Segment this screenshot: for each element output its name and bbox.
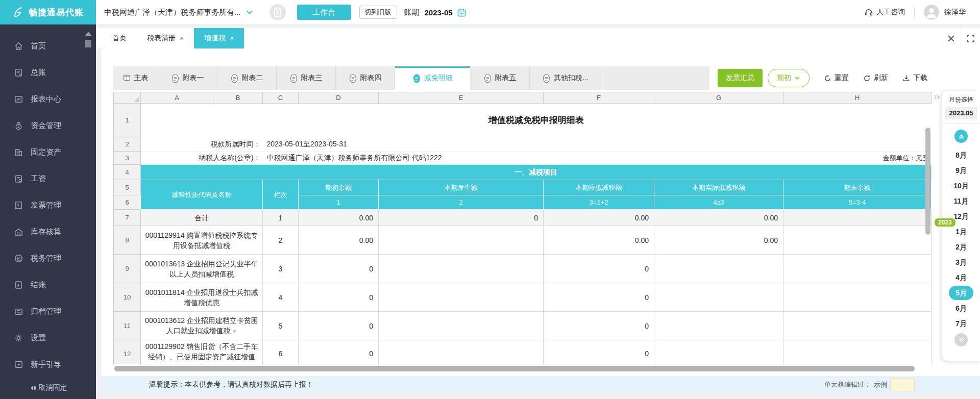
value-cell-col4[interactable] [654,255,783,283]
value-cell-col2[interactable]: 0 [379,210,544,226]
refresh-button[interactable]: 刷新 [863,73,888,83]
lan-cell[interactable]: 2 [263,226,299,255]
value-cell-col5[interactable] [783,312,932,340]
avatar[interactable] [924,5,939,20]
value-cell-col1[interactable]: 0.00 [299,210,379,226]
invoice-summary-button[interactable]: 发票汇总 [718,69,763,87]
value-cell-col3[interactable]: 0 [544,283,654,312]
calendar-icon[interactable] [457,8,467,17]
scroll-months-down-button[interactable] [954,333,968,346]
tab-首页[interactable]: 首页 [102,28,137,48]
company-selector[interactable]: 中税网通广泽（天津）税务师事务所有... [104,8,241,17]
sheet-tab-其他扣税...[interactable]: 其他扣税... [530,66,601,90]
fullscreen-button[interactable] [961,28,980,48]
sidebar-scroll-up-icon[interactable] [85,32,92,36]
value-cell-col1[interactable]: 0 [299,312,379,340]
column-header-B[interactable]: B [213,92,263,104]
value-cell-col5[interactable] [783,210,932,226]
sidebar-item-报表中心[interactable]: 报表中心 [0,86,96,112]
value-cell-col1[interactable]: 0 [299,340,379,365]
sidebar-item-结账[interactable]: 结账 [0,271,96,298]
sheet-tab-附表二[interactable]: 附表二 [217,66,277,90]
month-item-9月[interactable]: 9月 [942,163,980,178]
clipboard-icon[interactable] [270,4,286,20]
switch-old-version-button[interactable]: 切到旧版 [359,6,397,19]
value-cell-col2[interactable] [379,283,544,312]
period-select-dropdown[interactable]: 期初 [768,69,810,87]
value-cell-col4[interactable]: 0.00 [654,210,783,226]
month-item-2月[interactable]: 2月 [942,239,980,255]
lan-cell[interactable]: 1 [263,210,299,226]
value-cell-col4[interactable]: 0.00 [654,226,783,255]
cell-dropdown-icon[interactable]: ▼ [232,327,237,337]
sheet-row-9[interactable]: 90001013613 企业招用登记失业半年以上人员扣减增值税300 [114,255,932,283]
sidebar-item-工资[interactable]: 工资 [0,165,96,192]
tab-close-icon[interactable]: × [230,34,234,42]
month-item-4月[interactable]: 4月 [942,270,980,285]
column-header-D[interactable]: D [299,92,379,104]
sheet-tab-附表一[interactable]: 附表一 [158,66,217,90]
tab-增值税[interactable]: 增值税× [194,28,244,48]
sheet-tab-附表三[interactable]: 附表三 [277,66,336,90]
tab-税表清册[interactable]: 税表清册× [137,28,194,48]
reset-button[interactable]: 重置 [824,73,849,83]
sidebar-item-总账[interactable]: ¥总账 [0,59,96,86]
lan-cell[interactable]: 6 [263,340,299,365]
value-cell-col2[interactable] [379,255,544,283]
sidebar-item-设置[interactable]: 设置 [0,325,96,351]
value-cell-col4[interactable] [654,283,783,312]
sheet-tab-附表五[interactable]: 附表五 [471,66,530,90]
value-cell-col1[interactable]: 0.00 [299,226,379,255]
column-header-F[interactable]: F [544,92,654,104]
period-value[interactable]: 2023-05 [425,8,453,17]
horizontal-scrollbar[interactable] [114,366,915,371]
sheet-row-5[interactable]: 5 减税性质代码及名称 栏次 期初余额 本期发生额 本期应抵减税额 本期实际抵减… [114,180,932,195]
sheet-row-4[interactable]: 4 一、减税项目 [114,165,932,180]
close-all-tabs-button[interactable] [941,28,961,48]
column-header-A[interactable]: A [141,92,213,104]
workbench-button[interactable]: 工作台 [297,5,351,20]
tab-close-icon[interactable]: × [180,34,184,42]
value-cell-col5[interactable] [783,255,932,283]
sidebar-item-首页[interactable]: 首页 [0,33,96,59]
sidebar-item-发票管理[interactable]: ¥发票管理 [0,192,96,218]
month-item-3月[interactable]: 3月 [942,255,980,270]
sheet-row-3[interactable]: 3 纳税人名称(公章)： 中税网通广泽（天津）税务师事务所有限公司 代码1222… [114,152,932,165]
month-item-11月[interactable]: 11月 [942,193,980,209]
value-cell-col4[interactable] [654,312,783,340]
value-cell-col3[interactable]: 0.00 [544,226,654,255]
unpin-sidebar-button[interactable]: 取消固定 [0,381,96,395]
value-cell-col3[interactable]: 0.00 [544,210,654,226]
sidebar-item-新手引导[interactable]: 新手引导 [0,351,96,378]
value-cell-col5[interactable] [783,283,932,312]
value-cell-col3[interactable]: 0 [544,340,654,365]
sidebar-item-资金管理[interactable]: ¥资金管理 [0,112,96,139]
value-cell-col4[interactable] [654,340,783,365]
select-all-corner[interactable] [114,92,141,104]
scroll-months-up-button[interactable] [954,130,968,143]
column-header-G[interactable]: G [654,92,783,104]
reduction-item-name-cell[interactable]: 0001013613 企业招用登记失业半年以上人员扣减增值税 [141,255,263,283]
username[interactable]: 徐泽华 [944,8,966,17]
month-item-6月[interactable]: 6月 [942,301,980,316]
column-header-E[interactable]: E [379,92,544,104]
value-cell-col5[interactable] [783,340,932,365]
sidebar-scrollbar-thumb[interactable] [85,40,91,47]
reduction-item-name-cell[interactable]: 0001013612 企业招用建档立卡贫困人口就业扣减增值税▼ [141,312,263,340]
month-item-8月[interactable]: 8月 [942,147,980,163]
sidebar-item-固定资产[interactable]: 固定资产 [0,139,96,165]
column-header-C[interactable]: C [263,92,299,104]
sheet-tab-主表[interactable]: 主表 [113,66,158,90]
lan-cell[interactable]: 3 [263,255,299,283]
sheet-row-12[interactable]: 120001129902 销售旧货（不含二手车经销）、已使用固定资产减征增值税6… [114,340,932,365]
reduction-item-name-cell[interactable]: 合计 [141,210,263,226]
sidebar-item-归档管理[interactable]: 归档管理 [0,298,96,325]
value-cell-col5[interactable] [783,226,932,255]
sheet-row-1[interactable]: 1 增值税减免税申报明细表 [114,104,932,137]
sheet-row-2[interactable]: 2 税款所属时间： 2023-05-01至2023-05-31 [114,137,932,152]
sheet-row-7[interactable]: 7合计10.0000.000.00 [114,210,932,226]
month-item-7月[interactable]: 7月 [942,316,980,331]
value-cell-col2[interactable] [379,312,544,340]
vertical-scrollbar[interactable] [925,128,930,235]
value-cell-col2[interactable] [379,226,544,255]
